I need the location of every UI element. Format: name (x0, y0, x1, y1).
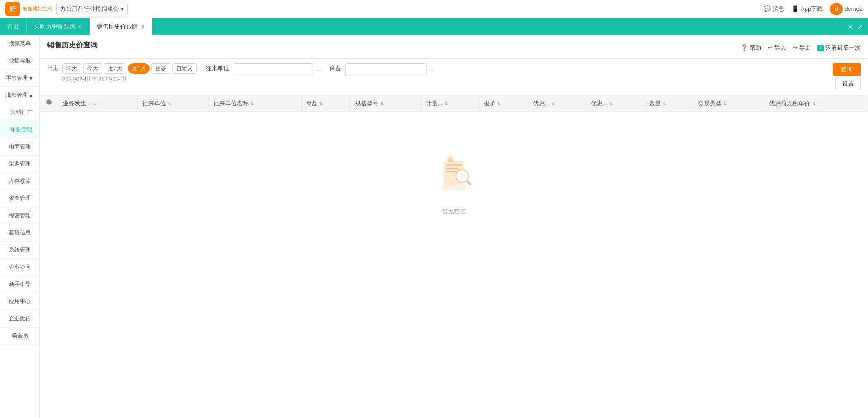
product-input[interactable] (345, 63, 427, 76)
counterparty-input-wrapper: ··· (233, 63, 321, 76)
chevron-down-icon: ▼ (28, 75, 34, 81)
sidebar-item-enterprise-collab[interactable]: 企业协同 (0, 259, 39, 276)
sidebar-item-sales-mgmt[interactable]: 销售管理 (0, 121, 39, 138)
close-tab-action[interactable]: ✕ (847, 23, 853, 31)
counterparty-input[interactable] (233, 63, 314, 76)
table-header-product[interactable]: 商品 ⇅ (301, 95, 350, 112)
message-icon: 💬 (764, 5, 771, 12)
table-header-spec[interactable]: 规格型号 ⇅ (350, 95, 421, 112)
export-label: 导出 (799, 44, 811, 52)
sidebar: 搜索菜单 快捷导航 零售管理 ▼ 批发管理 ▲ 营销推广 销售管理 电商管理 采… (0, 35, 40, 418)
date-btn-yesterday[interactable]: 昨天 (62, 63, 81, 74)
maximize-tab-action[interactable]: ⤢ (857, 23, 863, 31)
svg-rect-3 (446, 168, 459, 169)
product-input-wrapper: ··· (345, 63, 434, 76)
table-header-gear[interactable] (40, 95, 58, 112)
sidebar-item-new-user-guide[interactable]: 新手引导 (0, 276, 39, 293)
sort-icon: ⇅ (663, 101, 666, 106)
app-download-label: App下载 (801, 5, 823, 13)
sidebar-item-finance-mgmt[interactable]: 资金管理 (0, 190, 39, 207)
sidebar-item-system-mgmt[interactable]: 系统管理 (0, 242, 39, 259)
sidebar-ecommerce-mgmt-label: 电商管理 (9, 143, 31, 150)
app-download-button[interactable]: 📱 App下载 (792, 5, 823, 13)
user-profile[interactable]: d demo2 (830, 3, 863, 15)
sidebar-item-wholesale-mgmt[interactable]: 批发管理 ▲ (0, 87, 39, 104)
date-btn-7days[interactable]: 近7天 (104, 63, 126, 74)
sidebar-item-enterprise-wechat[interactable]: 企业微信 (0, 310, 39, 328)
settings-button[interactable]: 设置 (835, 78, 861, 90)
logo-area: 好 畅捷通好生意 (5, 2, 52, 16)
tab-sales-history[interactable]: 销售历史价跟踪 ✕ (90, 18, 152, 35)
tab-bar: 首页 采购历史价跟踪 ✕ 销售历史价跟踪 ✕ ✕ ⤢ (0, 18, 868, 35)
sidebar-search-menu-label: 搜索菜单 (9, 40, 31, 47)
only-last-label: 只看最后一次 (826, 44, 861, 52)
app-selector[interactable]: 办公用品行业模拟账套 ▾ (56, 3, 128, 15)
table-header-quantity[interactable]: 数量 ⇅ (644, 95, 693, 112)
sidebar-retail-mgmt-label: 零售管理 (6, 74, 28, 82)
sort-icon: ⇅ (168, 101, 171, 106)
col-biz-date-label: 业务发生... (63, 100, 91, 107)
only-last-once-toggle[interactable]: ✓ 只看最后一次 (817, 44, 861, 52)
table-header-discount1[interactable]: 优惠... ⇅ (528, 95, 586, 112)
sidebar-item-marketing-promo[interactable]: 营销推广 (0, 104, 39, 121)
empty-text: 暂无数据 (442, 207, 466, 215)
table-header-quoted-price[interactable]: 报价 ⇅ (479, 95, 528, 112)
counterparty-picker-btn[interactable]: ··· (316, 66, 321, 73)
message-button[interactable]: 💬 消息 (764, 5, 784, 13)
date-btn-1month[interactable]: 近1月 (128, 63, 150, 74)
query-button[interactable]: 查询 (833, 63, 861, 76)
col-product-label: 商品 (306, 100, 318, 107)
sidebar-item-search-menu[interactable]: 搜索菜单 (0, 35, 39, 52)
tab-home[interactable]: 首页 (0, 18, 27, 35)
sidebar-new-user-guide-label: 新手引导 (9, 281, 31, 287)
sidebar-app-center-label: 应用中心 (9, 298, 31, 304)
col-quantity-label: 数量 (649, 100, 661, 107)
sort-icon: ⇅ (250, 101, 254, 106)
close-purchase-history-tab[interactable]: ✕ (78, 24, 82, 30)
sidebar-operations-mgmt-label: 经营管理 (9, 212, 31, 218)
empty-icon (431, 148, 476, 202)
sidebar-item-quick-nav[interactable]: 快捷导航 (0, 52, 39, 70)
sidebar-item-inventory-check[interactable]: 库存核算 (0, 173, 39, 190)
product-picker-btn[interactable]: ··· (429, 66, 434, 73)
date-filter: 昨天 今天 近7天 近1月 更多 自定义 2023-02-18 至 2023-0… (62, 63, 197, 83)
data-table: 业务发生... ⇅ 往来单位 ⇅ 往来单位名称 ⇅ 商品 (40, 95, 868, 112)
user-name: demo2 (844, 5, 863, 12)
table-header-counterparty-code[interactable]: 往来单位 ⇅ (138, 95, 209, 112)
table-header-pre-tax-price[interactable]: 优惠前无税单价 ⇅ (764, 95, 868, 112)
sidebar-item-app-center[interactable]: 应用中心 (0, 293, 39, 310)
table-header-unit[interactable]: 计量... ⇅ (421, 95, 479, 112)
sidebar-inventory-check-label: 库存核算 (9, 178, 31, 184)
sort-icon: ⇅ (93, 101, 96, 106)
action-buttons: 查询 设置 (833, 63, 861, 90)
table-header-trans-type[interactable]: 交易类型 ⇅ (693, 95, 764, 112)
sidebar-item-ecommerce-mgmt[interactable]: 电商管理 (0, 138, 39, 156)
date-btn-more[interactable]: 更多 (151, 63, 170, 74)
date-btn-custom[interactable]: 自定义 (172, 63, 197, 74)
import-button[interactable]: ↩ 导入 (768, 44, 786, 52)
sidebar-enterprise-wechat-label: 企业微信 (9, 315, 31, 322)
sidebar-item-purchase-mgmt[interactable]: 采购管理 (0, 156, 39, 173)
help-button[interactable]: ❓ 帮助 (741, 44, 761, 52)
col-counterparty-name-label: 往来单位名称 (213, 100, 249, 107)
sidebar-quick-nav-label: 快捷导航 (9, 57, 31, 64)
table-header-discount2[interactable]: 优惠... ⇅ (586, 95, 645, 112)
table-header-biz-date[interactable]: 业务发生... ⇅ (58, 95, 138, 112)
sidebar-item-member[interactable]: 畅会员 (0, 328, 39, 345)
tab-purchase-history[interactable]: 采购历史价跟踪 ✕ (27, 18, 90, 35)
checkbox-icon: ✓ (817, 45, 824, 51)
empty-state: 暂无数据 (40, 112, 868, 252)
date-btn-today[interactable]: 今天 (83, 63, 102, 74)
help-icon: ❓ (741, 44, 748, 51)
sidebar-item-retail-mgmt[interactable]: 零售管理 ▼ (0, 70, 39, 87)
main-layout: 搜索菜单 快捷导航 零售管理 ▼ 批发管理 ▲ 营销推广 销售管理 电商管理 采… (0, 35, 868, 418)
col-counterparty-code-label: 往来单位 (142, 100, 166, 107)
close-sales-history-tab[interactable]: ✕ (141, 24, 145, 30)
page-header: 销售历史价查询 ❓ 帮助 ↩ 导入 ↪ 导出 ✓ (40, 35, 868, 59)
sidebar-member-label: 畅会员 (12, 332, 28, 339)
sidebar-item-basic-info[interactable]: 基础信息 (0, 224, 39, 242)
table-header-counterparty-name[interactable]: 往来单位名称 ⇅ (208, 95, 301, 112)
import-label: 导入 (774, 44, 786, 52)
sidebar-item-operations-mgmt[interactable]: 经营管理 (0, 207, 39, 224)
export-button[interactable]: ↪ 导出 (793, 44, 811, 52)
